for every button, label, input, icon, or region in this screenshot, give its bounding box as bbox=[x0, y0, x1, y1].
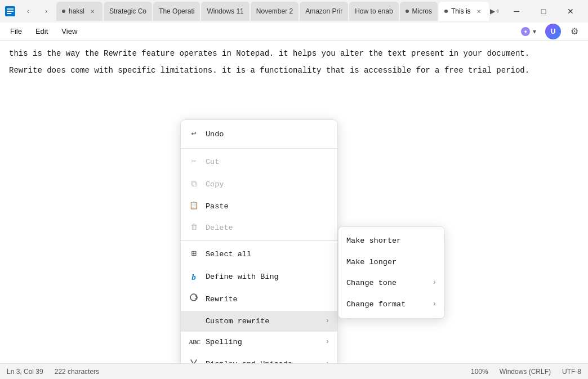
menu-custom-rewrite[interactable]: Custom rewrite › bbox=[181, 311, 337, 332]
chevron-right-icon: › bbox=[433, 299, 436, 310]
spelling-icon: ABC bbox=[189, 337, 199, 347]
menu-paste[interactable]: 📋 Paste bbox=[181, 196, 337, 217]
bing-icon: b bbox=[189, 270, 199, 284]
avatar[interactable]: U bbox=[545, 24, 561, 39]
separator-2 bbox=[181, 240, 337, 241]
submenu: Make shorter Make longer Change tone › C… bbox=[338, 226, 445, 319]
change-format-label: Change format bbox=[346, 298, 406, 311]
tab-label: How to enab bbox=[355, 7, 393, 15]
copy-label: Copy bbox=[206, 179, 224, 191]
chevron-right-icon: › bbox=[326, 316, 329, 327]
status-encoding: UTF-8 bbox=[562, 368, 581, 376]
statusbar: Ln 3, Col 39 222 characters 100% Windows… bbox=[0, 363, 588, 379]
submenu-change-format[interactable]: Change format › bbox=[338, 294, 444, 315]
separator-1 bbox=[181, 148, 337, 149]
select-all-icon: ⊞ bbox=[189, 248, 199, 261]
context-menu: ↩ Undo ✂ Cut ⧉ Copy 📋 Paste 🗑 Delete ⊞ S… bbox=[180, 119, 338, 363]
status-chars: 222 characters bbox=[55, 368, 99, 376]
custom-rewrite-label: Custom rewrite bbox=[206, 315, 269, 328]
app-icon bbox=[5, 6, 16, 17]
minimize-button[interactable]: ─ bbox=[504, 2, 529, 20]
editor-line-2: Rewrite does come with specific limitati… bbox=[9, 64, 579, 77]
menu-define-bing[interactable]: b Define with Bing bbox=[181, 266, 337, 288]
chevron-right-icon: › bbox=[326, 359, 329, 363]
settings-button[interactable]: ⚙ bbox=[565, 23, 583, 41]
menu-delete: 🗑 Delete bbox=[181, 217, 337, 239]
tab-dot bbox=[62, 10, 65, 13]
tab-november[interactable]: November 2 bbox=[251, 2, 299, 21]
tab-label: Amazon Prir bbox=[305, 7, 342, 15]
paste-icon: 📋 bbox=[189, 200, 199, 212]
tab-operati[interactable]: The Operati bbox=[153, 2, 200, 21]
tab-how[interactable]: How to enab bbox=[349, 2, 398, 21]
display-icon bbox=[189, 358, 199, 363]
cut-label: Cut bbox=[206, 156, 219, 168]
chevron-right-icon: › bbox=[326, 337, 329, 347]
submenu-make-shorter[interactable]: Make shorter bbox=[338, 230, 444, 252]
menu-display-unicode[interactable]: Display and Unicode › bbox=[181, 353, 337, 363]
tab-label: Strategic Co bbox=[109, 7, 146, 15]
tab-micros[interactable]: Micros bbox=[400, 2, 438, 21]
spelling-label: Spelling bbox=[206, 336, 242, 349]
menu-undo[interactable]: ↩ Undo bbox=[181, 123, 337, 146]
svg-rect-3 bbox=[7, 13, 11, 14]
menubar: File Edit View ✦ ▾ U ⚙ bbox=[0, 23, 588, 41]
undo-label: Undo bbox=[206, 128, 224, 141]
status-zoom: 100% bbox=[471, 368, 488, 376]
status-line-col: Ln 3, Col 39 bbox=[7, 368, 43, 376]
tab-dot bbox=[406, 10, 409, 13]
menu-file[interactable]: File bbox=[5, 25, 28, 38]
tab-label: The Operati bbox=[159, 7, 194, 15]
tab-label: November 2 bbox=[256, 7, 293, 15]
delete-label: Delete bbox=[206, 222, 233, 234]
display-unicode-label: Display and Unicode bbox=[206, 358, 292, 363]
tab-haksl[interactable]: haksl ✕ bbox=[56, 2, 103, 21]
tab-label: haksl bbox=[69, 7, 84, 15]
submenu-change-tone[interactable]: Change tone › bbox=[338, 273, 444, 294]
status-line-ending: Windows (CRLF) bbox=[500, 368, 551, 376]
copilot-button[interactable]: ✦ ▾ bbox=[516, 24, 541, 39]
paste-label: Paste bbox=[206, 200, 229, 213]
editor-area[interactable]: this is the way the Rewrite feature oper… bbox=[0, 41, 588, 363]
menu-edit[interactable]: Edit bbox=[30, 25, 54, 38]
tab-overflow-button[interactable]: ▶ bbox=[490, 3, 495, 19]
rewrite-label: Rewrite bbox=[206, 293, 238, 306]
tab-this-is[interactable]: This is ✕ bbox=[439, 2, 489, 21]
select-all-label: Select all bbox=[206, 248, 251, 261]
cut-icon: ✂ bbox=[189, 155, 199, 169]
tab-strategic[interactable]: Strategic Co bbox=[104, 2, 152, 21]
titlebar: ‹ › haksl ✕ Strategic Co The Operati Win… bbox=[0, 0, 588, 23]
change-tone-label: Change tone bbox=[346, 277, 397, 289]
tab-label: Windows 11 bbox=[207, 7, 243, 15]
menu-select-all[interactable]: ⊞ Select all bbox=[181, 243, 337, 266]
rewrite-icon bbox=[189, 293, 199, 306]
add-tab-button[interactable]: + bbox=[496, 3, 499, 19]
svg-rect-1 bbox=[7, 8, 14, 10]
menu-spelling[interactable]: ABC Spelling › bbox=[181, 332, 337, 353]
svg-text:✦: ✦ bbox=[523, 29, 528, 35]
menubar-right: ✦ ▾ U ⚙ bbox=[516, 23, 583, 41]
tab-close-button[interactable]: ✕ bbox=[474, 7, 483, 16]
tabs-container: haksl ✕ Strategic Co The Operati Windows… bbox=[56, 2, 499, 21]
make-shorter-label: Make shorter bbox=[346, 235, 401, 247]
copilot-icon: ✦ bbox=[520, 26, 531, 37]
make-longer-label: Make longer bbox=[346, 256, 397, 269]
menu-rewrite[interactable]: Rewrite bbox=[181, 288, 337, 310]
nav-forward-button[interactable]: › bbox=[38, 3, 54, 19]
tab-windows[interactable]: Windows 11 bbox=[201, 2, 249, 21]
menu-copy: ⧉ Copy bbox=[181, 173, 337, 196]
close-button[interactable]: ✕ bbox=[558, 2, 583, 20]
tab-amazon[interactable]: Amazon Prir bbox=[300, 2, 348, 21]
tab-label: Micros bbox=[412, 7, 432, 15]
menu-view[interactable]: View bbox=[56, 25, 83, 38]
tab-dot bbox=[444, 10, 448, 13]
tab-close-button[interactable]: ✕ bbox=[88, 7, 97, 16]
nav-back-button[interactable]: ‹ bbox=[20, 3, 36, 19]
submenu-make-longer[interactable]: Make longer bbox=[338, 252, 444, 273]
window-controls: ─ □ ✕ bbox=[504, 2, 583, 20]
copy-icon: ⧉ bbox=[189, 178, 199, 191]
undo-icon: ↩ bbox=[189, 128, 199, 141]
editor-line-1: this is the way the Rewrite feature oper… bbox=[9, 47, 579, 60]
chevron-right-icon: › bbox=[433, 278, 436, 288]
maximize-button[interactable]: □ bbox=[531, 2, 556, 20]
